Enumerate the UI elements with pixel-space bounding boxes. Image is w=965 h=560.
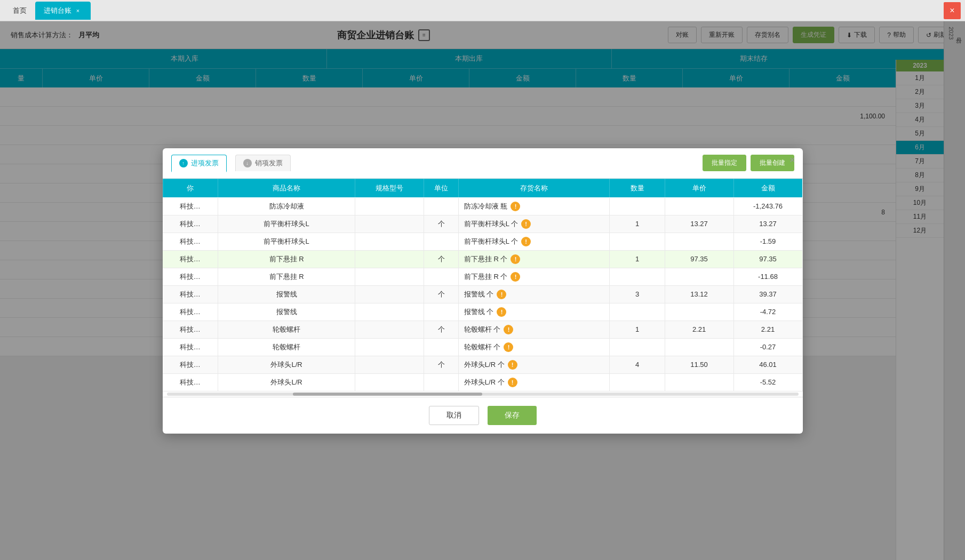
main-page: 销售成本计算方法： 月平均 商贸企业进销台账 ≡ 对账 重新开账 存货别名 生成… xyxy=(0,21,965,560)
sales-tab-icon: ↓ xyxy=(243,159,252,167)
cell-inventory-name: 前下悬挂 R 个! xyxy=(458,268,610,285)
cell-inventory-name: 防冻冷却液 瓶! xyxy=(458,197,610,215)
cell-unit xyxy=(424,268,458,285)
cell-amount: 46.01 xyxy=(733,356,802,373)
cell-spec xyxy=(355,233,424,250)
cell-unit-price: 11.50 xyxy=(665,356,733,373)
col-header-company: 你 xyxy=(163,179,218,197)
cell-inventory-name: 前下悬挂 R 个! xyxy=(458,250,610,268)
cell-inventory-name: 报警线 个! xyxy=(458,303,610,321)
cell-inventory-name: 前平衡杆球头L 个! xyxy=(458,215,610,233)
cell-company: 科技… xyxy=(163,215,218,233)
warning-icon[interactable]: ! xyxy=(511,254,520,264)
col-header-unit: 单位 xyxy=(424,179,458,197)
table-row: 科技…轮毂螺杆轮毂螺杆 个!-0.27 xyxy=(163,338,802,356)
cell-inventory-name: 报警线 个! xyxy=(458,285,610,303)
cell-unit-price: 97.35 xyxy=(665,250,733,268)
cell-amount: 2.21 xyxy=(733,321,802,338)
tab-purchase-invoice[interactable]: ↑ 进项发票 xyxy=(171,155,227,172)
cell-spec xyxy=(355,373,424,391)
cell-quantity: 4 xyxy=(610,356,665,373)
cancel-button[interactable]: 取消 xyxy=(429,406,479,425)
cell-unit xyxy=(424,373,458,391)
tab-ledger[interactable]: 进销台账 × xyxy=(35,2,91,20)
warning-icon[interactable]: ! xyxy=(521,219,531,229)
table-row: 科技…前下悬挂 R个前下悬挂 R 个!197.3597.35 xyxy=(163,250,802,268)
cell-quantity: 1 xyxy=(610,215,665,233)
col-header-quantity: 数量 xyxy=(610,179,665,197)
cell-spec xyxy=(355,303,424,321)
cell-company: 科技… xyxy=(163,303,218,321)
cell-quantity xyxy=(610,303,665,321)
cell-product-name: 外球头L/R xyxy=(218,356,355,373)
warning-icon[interactable]: ! xyxy=(504,325,513,334)
cell-amount: 39.37 xyxy=(733,285,802,303)
tab-close-icon[interactable]: × xyxy=(74,6,82,15)
table-row: 科技…外球头L/R个外球头L/R 个!411.5046.01 xyxy=(163,356,802,373)
cell-company: 科技… xyxy=(163,233,218,250)
tab-home[interactable]: 首页 xyxy=(4,2,35,20)
col-header-product-name: 商品名称 xyxy=(218,179,355,197)
scrollbar-thumb[interactable] xyxy=(293,393,482,396)
warning-icon[interactable]: ! xyxy=(497,307,506,317)
horizontal-scrollbar[interactable] xyxy=(167,393,799,396)
table-row: 科技…前平衡杆球头L个前平衡杆球头L 个!113.2713.27 xyxy=(163,215,802,233)
cell-unit-price xyxy=(665,197,733,215)
cell-product-name: 前平衡杆球头L xyxy=(218,215,355,233)
table-row: 科技…前下悬挂 R前下悬挂 R 个!-11.68 xyxy=(163,268,802,285)
cell-product-name: 前平衡杆球头L xyxy=(218,233,355,250)
cell-product-name: 防冻冷却液 xyxy=(218,197,355,215)
cell-amount: -4.72 xyxy=(733,303,802,321)
cell-spec xyxy=(355,197,424,215)
warning-icon[interactable]: ! xyxy=(504,342,513,352)
warning-icon[interactable]: ! xyxy=(511,202,520,211)
cell-company: 科技… xyxy=(163,321,218,338)
cell-company: 科技… xyxy=(163,285,218,303)
cell-product-name: 外球头L/R xyxy=(218,373,355,391)
warning-icon[interactable]: ! xyxy=(521,237,531,246)
cell-unit-price: 13.12 xyxy=(665,285,733,303)
cell-quantity: 1 xyxy=(610,250,665,268)
warning-icon[interactable]: ! xyxy=(508,378,517,387)
modal-footer: 取消 保存 xyxy=(163,397,803,434)
cell-unit xyxy=(424,233,458,250)
tab-sales-invoice[interactable]: ↓ 销项发票 xyxy=(235,155,291,171)
cell-amount: -1,243.76 xyxy=(733,197,802,215)
cell-unit-price xyxy=(665,268,733,285)
window-close-button[interactable]: × xyxy=(944,2,961,19)
cell-unit: 个 xyxy=(424,321,458,338)
cell-amount: 97.35 xyxy=(733,250,802,268)
save-button[interactable]: 保存 xyxy=(488,406,537,425)
table-row: 科技…防冻冷却液防冻冷却液 瓶!-1,243.76 xyxy=(163,197,802,215)
cell-spec xyxy=(355,285,424,303)
table-row: 科技…外球头L/R外球头L/R 个!-5.52 xyxy=(163,373,802,391)
cell-product-name: 前下悬挂 R xyxy=(218,250,355,268)
warning-icon[interactable]: ! xyxy=(497,290,506,299)
cell-inventory-name: 前平衡杆球头L 个! xyxy=(458,233,610,250)
modal-header: ↑ 进项发票 ↓ 销项发票 批量指定 批量创建 × xyxy=(163,148,803,179)
cell-spec xyxy=(355,215,424,233)
cell-unit: 个 xyxy=(424,356,458,373)
col-header-amount: 金额 xyxy=(733,179,802,197)
warning-icon[interactable]: ! xyxy=(511,272,520,282)
cell-unit-price xyxy=(665,373,733,391)
table-row: 科技…报警线个报警线 个!313.1239.37 xyxy=(163,285,802,303)
cell-unit-price: 13.27 xyxy=(665,215,733,233)
modal-dialog: ↑ 进项发票 ↓ 销项发票 批量指定 批量创建 × 你 xyxy=(163,148,803,434)
cell-quantity xyxy=(610,233,665,250)
table-row: 科技…报警线报警线 个!-4.72 xyxy=(163,303,802,321)
cell-quantity: 3 xyxy=(610,285,665,303)
cell-quantity xyxy=(610,268,665,285)
batch-assign-button[interactable]: 批量指定 xyxy=(703,155,746,171)
cell-unit-price xyxy=(665,338,733,356)
modal-close-button[interactable]: × xyxy=(789,155,795,166)
cell-amount: -0.27 xyxy=(733,338,802,356)
cell-amount: -1.59 xyxy=(733,233,802,250)
modal-overlay: ↑ 进项发票 ↓ 销项发票 批量指定 批量创建 × 你 xyxy=(0,21,965,560)
cell-spec xyxy=(355,250,424,268)
cell-product-name: 轮毂螺杆 xyxy=(218,321,355,338)
cell-product-name: 前下悬挂 R xyxy=(218,268,355,285)
col-header-unit-price: 单价 xyxy=(665,179,733,197)
warning-icon[interactable]: ! xyxy=(508,360,517,370)
batch-create-button[interactable]: 批量创建 xyxy=(751,155,794,171)
